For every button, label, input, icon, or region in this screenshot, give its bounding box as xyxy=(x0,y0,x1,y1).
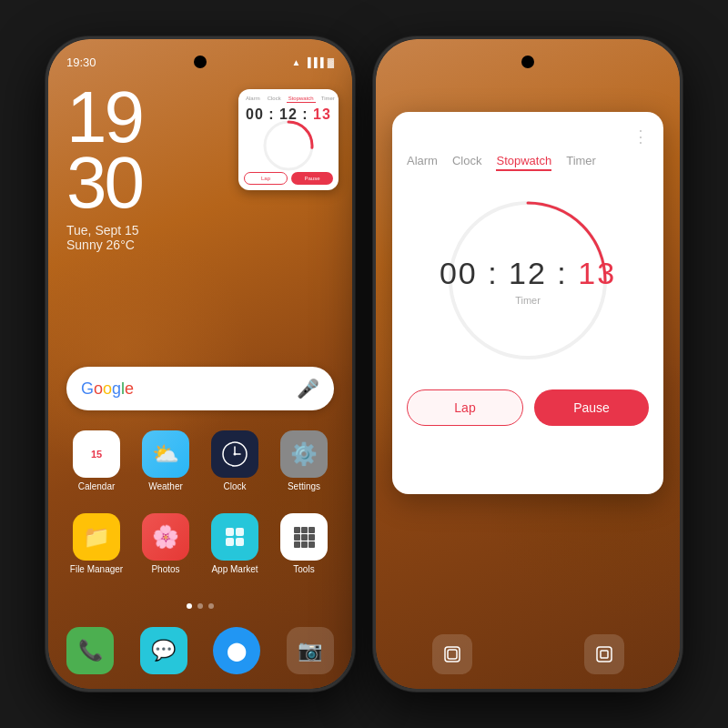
dock-camera[interactable]: 📷 xyxy=(287,627,334,674)
app-photos-label: Photos xyxy=(151,564,179,574)
clock-hours: 19 30 xyxy=(66,85,142,216)
stopwatch-screen: ⋮ Alarm Clock Stopwatch Timer 00 : xyxy=(376,39,680,689)
mini-tab-stopwatch[interactable]: Stopwatch xyxy=(287,95,316,103)
stopwatch-card: ⋮ Alarm Clock Stopwatch Timer 00 : xyxy=(392,112,663,494)
svg-rect-8 xyxy=(226,538,234,546)
mini-tabs: Alarm Clock Stopwatch Timer xyxy=(244,95,333,103)
svg-rect-7 xyxy=(236,528,244,536)
mic-icon[interactable]: 🎤 xyxy=(297,378,319,399)
home-screen: 19:30 ▲ ▐▐▐ ▓ 19 30 Tue, Sept 15 Sunny 2… xyxy=(48,39,352,689)
more-options-icon[interactable]: ⋮ xyxy=(407,126,649,147)
app-weather[interactable]: ⛅ Weather xyxy=(136,430,196,491)
home-button[interactable] xyxy=(584,634,624,674)
app-files-label: File Manager xyxy=(70,564,123,574)
app-tools[interactable]: Tools xyxy=(274,513,334,574)
app-row-1: 15 Calendar ⛅ Weather xyxy=(66,430,334,491)
dock-messages[interactable]: 💬 xyxy=(140,627,187,674)
mini-tab-timer[interactable]: Timer xyxy=(319,95,337,103)
recents-button[interactable] xyxy=(432,634,472,674)
svg-point-5 xyxy=(234,453,237,456)
svg-rect-11 xyxy=(301,527,308,533)
app-calendar[interactable]: 15 Calendar xyxy=(66,430,126,491)
camera-hole-2 xyxy=(521,56,534,68)
clock-date: Tue, Sept 15 Sunny 26°C xyxy=(66,223,142,252)
app-grid: 15 Calendar ⛅ Weather xyxy=(66,430,334,596)
stopwatch-buttons: Lap Pause xyxy=(407,389,649,426)
stopwatch-time-display: 00 : 12 : 13 Timer xyxy=(440,256,616,306)
mini-buttons: Lap Pause xyxy=(244,172,333,185)
app-weather-label: Weather xyxy=(148,481,183,491)
svg-rect-18 xyxy=(308,541,315,548)
stopwatch-label: Timer xyxy=(440,295,616,306)
dock-phone[interactable]: 📞 xyxy=(66,627,114,674)
clock-widget: 19 30 Tue, Sept 15 Sunny 26°C xyxy=(66,85,142,252)
camera-hole xyxy=(194,56,207,68)
stopwatch-seconds: 13 xyxy=(578,256,616,290)
svg-rect-13 xyxy=(294,534,300,541)
app-calendar-label: Calendar xyxy=(78,481,116,491)
app-clock-label: Clock xyxy=(223,481,246,491)
mini-seconds: 13 xyxy=(313,106,331,122)
dot-2 xyxy=(197,603,203,609)
svg-rect-14 xyxy=(301,534,308,541)
stopwatch-background: ⋮ Alarm Clock Stopwatch Timer 00 : xyxy=(376,39,680,689)
phone-2: ⋮ Alarm Clock Stopwatch Timer 00 : xyxy=(373,36,682,692)
app-photos[interactable]: 🌸 Photos xyxy=(136,513,196,574)
power-button-2[interactable] xyxy=(680,221,682,303)
bottom-nav xyxy=(376,634,680,674)
stopwatch-circle: 00 : 12 : 13 Timer xyxy=(407,189,649,371)
mini-pause-button[interactable]: Pause xyxy=(291,172,333,185)
home-background: 19:30 ▲ ▐▐▐ ▓ 19 30 Tue, Sept 15 Sunny 2… xyxy=(48,39,352,689)
signal-icon: ▐▐▐ xyxy=(304,57,323,67)
svg-rect-24 xyxy=(601,651,608,658)
mini-lap-button[interactable]: Lap xyxy=(244,172,288,185)
power-button[interactable] xyxy=(352,221,355,303)
status-icons: ▲ ▐▐▐ ▓ xyxy=(292,57,334,67)
svg-rect-23 xyxy=(597,647,612,662)
google-logo: Google xyxy=(81,379,134,399)
tab-stopwatch[interactable]: Stopwatch xyxy=(496,154,551,171)
svg-rect-9 xyxy=(236,538,244,546)
weather-icon: ⛅ xyxy=(142,430,189,478)
lap-button[interactable]: Lap xyxy=(407,389,523,426)
stopwatch-hours: 00 xyxy=(440,256,478,290)
photos-icon: 🌸 xyxy=(142,513,189,561)
tab-timer[interactable]: Timer xyxy=(566,154,596,171)
wifi-icon: ▲ xyxy=(292,57,301,67)
settings-icon: ⚙️ xyxy=(280,430,328,478)
mini-tab-alarm[interactable]: Alarm xyxy=(244,95,262,103)
google-search-bar[interactable]: Google 🎤 xyxy=(66,367,334,410)
app-settings[interactable]: ⚙️ Settings xyxy=(274,430,334,491)
pause-button[interactable]: Pause xyxy=(534,389,649,426)
mini-tab-clock[interactable]: Clock xyxy=(266,95,283,103)
files-icon: 📁 xyxy=(73,513,120,561)
dot-1 xyxy=(187,603,192,609)
dock: 📞 💬 ⬤ 📷 xyxy=(66,627,334,674)
app-clock[interactable]: Clock xyxy=(205,430,265,491)
app-row-2: 📁 File Manager 🌸 Photos xyxy=(66,513,334,574)
svg-rect-6 xyxy=(226,528,234,536)
tools-icon xyxy=(280,513,328,561)
dock-browser[interactable]: ⬤ xyxy=(213,627,260,674)
page-dots xyxy=(48,603,352,609)
mini-progress-circle xyxy=(261,118,316,173)
mini-stopwatch-widget[interactable]: Alarm Clock Stopwatch Timer 00 : 12 : 13… xyxy=(238,89,339,190)
tab-alarm[interactable]: Alarm xyxy=(407,154,438,171)
stopwatch-minutes: 12 xyxy=(509,256,547,290)
dot-3 xyxy=(208,603,214,609)
app-tools-label: Tools xyxy=(293,564,314,574)
app-market-label: App Market xyxy=(211,564,258,574)
svg-rect-17 xyxy=(301,541,308,548)
status-time: 19:30 xyxy=(66,56,96,69)
battery-icon: ▓ xyxy=(328,57,334,67)
stopwatch-time-main: 00 : 12 : 13 xyxy=(440,256,616,291)
app-files[interactable]: 📁 File Manager xyxy=(66,513,126,574)
svg-rect-15 xyxy=(308,534,315,541)
svg-rect-16 xyxy=(294,541,300,548)
stopwatch-tabs: Alarm Clock Stopwatch Timer xyxy=(407,154,649,171)
svg-rect-22 xyxy=(448,650,457,659)
svg-rect-10 xyxy=(294,527,300,533)
tab-clock[interactable]: Clock xyxy=(452,154,482,171)
app-market[interactable]: App Market xyxy=(205,513,265,574)
calendar-icon: 15 xyxy=(73,430,120,478)
